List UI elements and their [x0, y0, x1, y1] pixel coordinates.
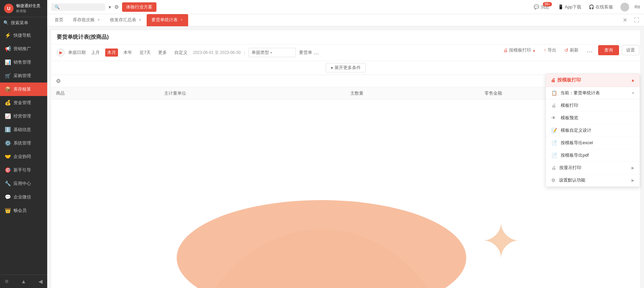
- search-label: 搜索菜单: [11, 20, 28, 26]
- tab-inventory-batch-close[interactable]: ×: [97, 18, 100, 22]
- sidebar-item-guide[interactable]: 🎯 新手引导: [0, 163, 47, 177]
- page-action-area: 🖨 按模板打印 ▲ ↑ 导出 ↺ 刷新 … 查询 设置: [500, 45, 639, 55]
- search-icon: 🔍: [3, 20, 9, 25]
- main-area: 🔍 ▾ ⚙ 体验行业方案 💬 消息 99+ 📱 App下载 🎧 在线客服 Rit…: [47, 0, 644, 288]
- wechat-icon: 💬: [5, 194, 11, 200]
- sidebar-item-sales[interactable]: 📊 销售管理: [0, 56, 47, 69]
- export-pdf-label: 按模板导出pdf: [561, 152, 589, 158]
- sidebar-item-label: 企业协同: [13, 154, 31, 160]
- sidebar-item-marketing[interactable]: 📢 营销推广: [0, 42, 47, 56]
- tab-home[interactable]: 首页: [50, 14, 68, 26]
- header-dropdown-btn[interactable]: ▾: [109, 4, 111, 10]
- sidebar-logo: U 畅捷通好生意 标准版: [0, 0, 47, 17]
- sidebar-nav: ⚡ 快捷导航 📢 营销推广 📊 销售管理 🛒 采购管理 📦 库存核算 💰 资金管…: [0, 29, 47, 275]
- sidebar-item-system[interactable]: ⚙️ 系统管理: [0, 136, 47, 150]
- sidebar-item-label: 快捷导航: [13, 32, 31, 38]
- export-excel-icon: 📄: [551, 140, 557, 146]
- sidebar-item-label: 营销推广: [13, 46, 31, 52]
- settings-btn[interactable]: 设置: [622, 45, 639, 55]
- this-year-btn[interactable]: 本年: [121, 49, 134, 57]
- username[interactable]: Rit: [635, 4, 640, 9]
- sidebar-item-label: 基础信息: [13, 127, 31, 133]
- sidebar-item-operations[interactable]: 📈 经营管理: [0, 109, 47, 123]
- sidebar-item-label: 资金管理: [13, 100, 31, 106]
- template-preview-item[interactable]: 👁 模板预览: [546, 112, 640, 124]
- date-range-display: 2023-06-01 至 2023-06-30: [193, 50, 240, 56]
- sidebar-scroll-up-btn[interactable]: ▲: [21, 279, 26, 285]
- quick-nav-icon: ⚡: [5, 32, 11, 38]
- sidebar-item-label: 库存核算: [13, 86, 31, 92]
- print-template-btn[interactable]: 🖨 按模板打印 ▲: [500, 46, 538, 55]
- messages-badge: 99+: [543, 2, 552, 6]
- app-download-btn[interactable]: 📱 App下载: [558, 4, 581, 10]
- ellipsis-icon[interactable]: …: [314, 50, 319, 56]
- print-dropdown-header[interactable]: 🖨 按模板打印 ▲: [546, 74, 640, 87]
- template-custom-item[interactable]: 📝 模板自定义设计: [546, 124, 640, 137]
- tab-receivable-summary-close[interactable]: ×: [138, 18, 142, 22]
- sidebar-item-label: 应用中心: [13, 181, 31, 187]
- messages-btn[interactable]: 💬 消息 99+: [534, 4, 549, 10]
- online-service-label: 在线客服: [595, 4, 613, 10]
- template-export-pdf-item[interactable]: 📄 按模板导出pdf: [546, 149, 640, 162]
- header-search-icon: 🔍: [55, 5, 60, 9]
- print-current-template[interactable]: 📋 当前：要货单统计表 ▾: [546, 87, 640, 99]
- this-month-btn[interactable]: 本月: [105, 49, 118, 57]
- sidebar-item-inventory[interactable]: 📦 库存核算: [0, 83, 47, 96]
- online-service-btn[interactable]: 🎧 在线客服: [589, 4, 613, 10]
- sidebar-item-member[interactable]: 👑 畅会员: [0, 204, 47, 217]
- set-default-item[interactable]: ⚙ 设置默认功能 ▶: [546, 174, 640, 187]
- sidebar-item-app-center[interactable]: 🔧 应用中心: [0, 177, 47, 190]
- sidebar-item-wechat[interactable]: 💬 企业微信: [0, 190, 47, 204]
- avatar[interactable]: [620, 3, 629, 11]
- date-filter-label: 单据日期: [68, 50, 86, 56]
- sidebar: U 畅捷通好生意 标准版 🔍 搜索菜单 ⚡ 快捷导航 📢 营销推广 📊 销售管理…: [0, 0, 47, 288]
- header-search-input[interactable]: 🔍: [51, 3, 105, 11]
- finance-icon: 💰: [5, 100, 11, 106]
- last-month-btn[interactable]: 上月: [89, 49, 102, 57]
- refresh-btn[interactable]: ↺ 刷新: [562, 46, 581, 55]
- expand-more-btn[interactable]: ▾ 展开更多条件: [326, 63, 366, 72]
- app-center-icon: 🔧: [5, 181, 11, 187]
- more-actions-btn[interactable]: …: [584, 46, 595, 55]
- custom-date-btn[interactable]: 自定义: [172, 49, 189, 57]
- filter-toggle-btn[interactable]: ▶: [57, 49, 65, 57]
- current-template-icon: 📋: [551, 90, 557, 96]
- sidebar-item-quick-nav[interactable]: ⚡ 快捷导航: [0, 29, 47, 42]
- export-icon: ↑: [544, 47, 546, 53]
- top-header: 🔍 ▾ ⚙ 体验行业方案 💬 消息 99+ 📱 App下载 🎧 在线客服 Rit: [47, 0, 644, 14]
- query-btn[interactable]: 查询: [598, 45, 619, 55]
- tab-inventory-batch[interactable]: 库存批次账 ×: [68, 14, 105, 26]
- template-print-item[interactable]: 🖨 模板打印: [546, 99, 640, 112]
- tab-order-stats-close[interactable]: ×: [180, 18, 183, 22]
- tab-bar: 首页 库存批次账 × 收发存汇总表 × 要货单统计表 × ✕ ⛶: [47, 14, 644, 26]
- tab-maximize-btn[interactable]: ⛶: [632, 17, 641, 24]
- sidebar-item-basic-info[interactable]: ℹ️ 基础信息: [0, 123, 47, 136]
- display-print-item[interactable]: 🖨 按显示打印 ▶: [546, 162, 640, 174]
- template-export-excel-item[interactable]: 📄 按模板导出excel: [546, 137, 640, 149]
- export-btn[interactable]: ↑ 导出: [541, 46, 559, 55]
- inventory-icon: 📦: [5, 86, 11, 92]
- svg-point-1: [177, 200, 466, 288]
- column-settings-btn[interactable]: ⚙: [56, 78, 61, 84]
- col-header-unit: 主计量单位: [159, 87, 346, 100]
- sidebar-search[interactable]: 🔍 搜索菜单: [0, 17, 47, 29]
- doc-type-arrow-icon: ▾: [270, 51, 272, 55]
- current-arrow-icon: ▾: [632, 91, 634, 95]
- sidebar-item-purchase[interactable]: 🛒 采购管理: [0, 69, 47, 83]
- header-gear-icon[interactable]: ⚙: [114, 4, 119, 10]
- tab-order-stats[interactable]: 要货单统计表 ×: [147, 14, 188, 26]
- tab-receivable-summary[interactable]: 收发存汇总表 ×: [105, 14, 147, 26]
- more-date-btn[interactable]: 更多: [156, 49, 169, 57]
- sidebar-item-finance[interactable]: 💰 资金管理: [0, 96, 47, 109]
- sidebar-settings-icon[interactable]: ⚙: [5, 279, 9, 284]
- expand-more-bar: ▾ 展开更多条件: [51, 61, 640, 74]
- tab-close-all-btn[interactable]: ✕: [621, 16, 629, 24]
- sidebar-item-enterprise[interactable]: 🤝 企业协同: [0, 150, 47, 163]
- last7-btn[interactable]: 近7天: [138, 49, 153, 57]
- experience-btn[interactable]: 体验行业方案: [122, 2, 156, 12]
- sidebar-scroll-down-btn[interactable]: ◀: [38, 278, 42, 285]
- doc-type-dropdown[interactable]: 单据类型 ▾: [248, 48, 296, 57]
- template-custom-icon: 📝: [551, 128, 557, 133]
- set-default-label: 设置默认功能: [559, 177, 585, 183]
- marketing-icon: 📢: [5, 46, 11, 52]
